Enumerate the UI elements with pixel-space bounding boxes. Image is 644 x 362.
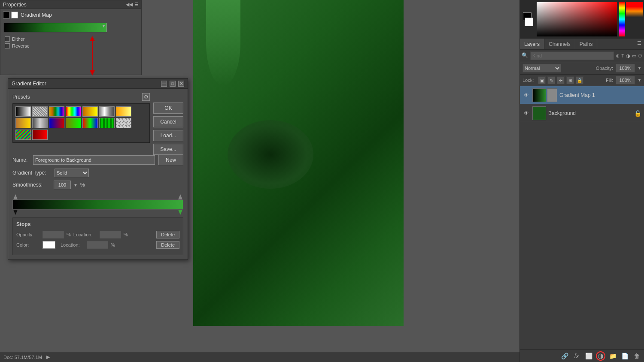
- cancel-button[interactable]: Cancel: [153, 116, 183, 127]
- background-thumbnail: [532, 106, 546, 120]
- gradient-map-row: Gradient Map: [0, 9, 141, 21]
- opacity-location-label: Location:: [73, 232, 97, 237]
- name-input[interactable]: [33, 155, 155, 165]
- preset-swatch-red[interactable]: [32, 130, 48, 140]
- dither-label: Dither: [12, 36, 24, 42]
- new-layer-btn[interactable]: 📄: [620, 351, 629, 361]
- stop-handle-bottom-right[interactable]: [178, 210, 182, 215]
- lock-all-btn[interactable]: 🔒: [576, 76, 583, 84]
- reverse-row: Reverse: [5, 43, 137, 48]
- properties-title: Properties: [3, 2, 27, 8]
- tab-layers[interactable]: Layers: [520, 39, 544, 49]
- bg-color-swatch[interactable]: [525, 18, 533, 26]
- smart-icon[interactable]: ⚆: [638, 53, 642, 59]
- gradient-bar-main[interactable]: [12, 199, 183, 210]
- filter-icon[interactable]: ⊕: [616, 53, 620, 59]
- load-button[interactable]: Load...: [153, 130, 183, 141]
- checkboxes-row: Dither Reverse: [0, 34, 141, 51]
- link-btn[interactable]: 🔗: [560, 351, 569, 361]
- color-field-label: Color:: [16, 242, 40, 247]
- ok-button[interactable]: OK: [153, 103, 183, 114]
- lock-paint-btn[interactable]: ✎: [547, 76, 555, 84]
- opacity-delete-btn[interactable]: Delete: [156, 231, 179, 238]
- preset-swatch-yellow-green[interactable]: [66, 118, 81, 128]
- dither-checkbox[interactable]: [5, 36, 10, 42]
- color-location-input[interactable]: [87, 241, 108, 249]
- dialog-maximize-btn[interactable]: □: [170, 81, 176, 87]
- reverse-checkbox[interactable]: [5, 43, 10, 48]
- lock-transparent-btn[interactable]: ▣: [538, 76, 546, 84]
- canvas-image: [193, 0, 404, 326]
- adjust-icon[interactable]: ◑: [626, 53, 630, 59]
- presets-grid[interactable]: [12, 103, 150, 143]
- dialog-close-btn[interactable]: ✕: [178, 81, 184, 87]
- save-button[interactable]: Save...: [153, 144, 183, 155]
- preset-swatch-blue-red[interactable]: [49, 118, 64, 128]
- opacity-field-label: Opacity:: [16, 232, 40, 237]
- opacity-input[interactable]: [616, 64, 635, 72]
- preset-swatch-chrome[interactable]: [99, 106, 115, 117]
- preset-swatch-warm[interactable]: [116, 106, 131, 117]
- stop-handle-top-left[interactable]: [13, 194, 18, 199]
- lock-artboard-btn[interactable]: ⊞: [566, 76, 574, 84]
- opacity-value-input[interactable]: [43, 231, 64, 238]
- gradient-map-thumbnail: [532, 88, 546, 102]
- mask-btn[interactable]: ⬜: [584, 351, 593, 361]
- dialog-minimize-btn[interactable]: —: [161, 81, 167, 87]
- bw-icons: [3, 12, 18, 18]
- gradient-bar-container: ▼: [0, 21, 141, 34]
- preset-swatch-multi[interactable]: [82, 118, 98, 128]
- preset-swatch-steel[interactable]: [32, 118, 48, 128]
- layer-visibility-background[interactable]: 👁: [522, 109, 530, 117]
- status-arrow: ▶: [46, 354, 50, 360]
- kind-search-input[interactable]: [530, 51, 614, 60]
- background-layer-name: Background: [548, 110, 632, 116]
- smoothness-dropdown[interactable]: ▼: [73, 183, 78, 187]
- type-icon[interactable]: T: [621, 53, 624, 58]
- opacity-location-input[interactable]: [100, 231, 121, 238]
- color-picker-gradient[interactable]: [537, 2, 617, 36]
- group-btn[interactable]: 📁: [608, 351, 617, 361]
- menu-icon[interactable]: ☰: [134, 2, 139, 7]
- tab-channels[interactable]: Channels: [544, 39, 575, 49]
- fill-dropdown-icon[interactable]: ▼: [638, 78, 641, 82]
- preset-swatch-colors-multi[interactable]: [49, 106, 64, 117]
- collapse-icon[interactable]: ◀◀: [126, 2, 133, 7]
- preset-swatch-rainbow[interactable]: [66, 106, 81, 117]
- gradient-bottom-stops: [12, 210, 183, 216]
- layer-visibility-gradient[interactable]: 👁: [522, 91, 530, 99]
- preset-swatch-noise2[interactable]: [15, 130, 31, 140]
- tab-paths[interactable]: Paths: [575, 39, 598, 49]
- lock-position-btn[interactable]: ✛: [557, 76, 565, 84]
- color-delete-btn[interactable]: Delete: [156, 241, 179, 249]
- color-swatch[interactable]: [43, 241, 55, 249]
- adjustment-btn[interactable]: ◑: [596, 351, 605, 361]
- reverse-label: Reverse: [12, 43, 30, 48]
- stop-handle-top-right[interactable]: [178, 194, 182, 199]
- new-button[interactable]: New: [158, 155, 183, 165]
- preset-swatch-orange-yellow[interactable]: [82, 106, 98, 117]
- hue-bar[interactable]: [619, 2, 625, 36]
- fx-btn[interactable]: fx: [572, 351, 581, 361]
- preset-swatch-bw-noise[interactable]: [32, 106, 48, 117]
- blend-mode-select[interactable]: Normal Multiply Screen: [522, 64, 561, 72]
- presets-gear-btn[interactable]: ⚙: [142, 93, 150, 101]
- dialog-controls: — □ ✕: [161, 81, 184, 87]
- stop-handle-bottom-left[interactable]: [13, 210, 18, 215]
- layer-item-gradient-map[interactable]: 👁 Gradient Map 1: [520, 86, 644, 104]
- properties-gradient-bar[interactable]: ▼: [4, 23, 107, 32]
- smoothness-input[interactable]: [54, 181, 71, 189]
- preset-swatch-checker[interactable]: [116, 118, 131, 128]
- gradient-dropdown-icon[interactable]: ▼: [102, 24, 106, 28]
- fill-input[interactable]: [616, 76, 635, 84]
- preset-swatch-green-stripe[interactable]: [99, 118, 115, 128]
- gradient-type-select[interactable]: Solid Noise: [55, 169, 89, 177]
- shape-icon[interactable]: ▭: [632, 53, 636, 59]
- layers-menu-btn[interactable]: ☰: [635, 39, 644, 49]
- opacity-dropdown-icon[interactable]: ▼: [638, 66, 641, 70]
- preset-swatch-copper[interactable]: [15, 118, 31, 128]
- preset-swatch-black-white[interactable]: [15, 106, 31, 117]
- layer-item-background[interactable]: 👁 Background 🔒: [520, 104, 644, 122]
- delete-btn[interactable]: 🗑: [632, 351, 641, 361]
- layers-search: 🔍 ⊕ T ◑ ▭ ⚆: [520, 50, 644, 62]
